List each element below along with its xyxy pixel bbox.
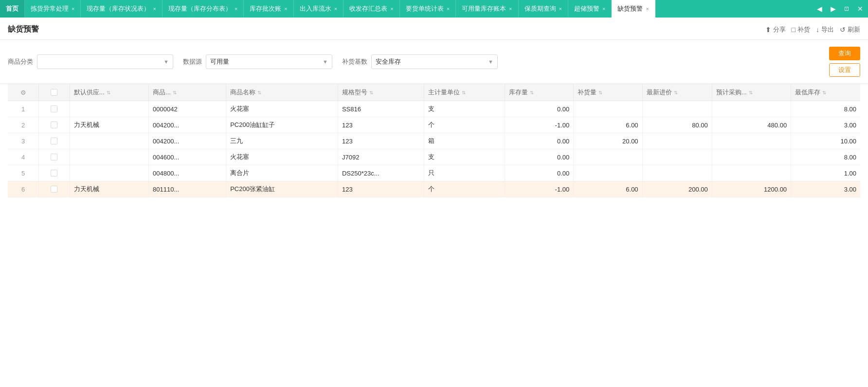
table-row[interactable]: 6 力天机械 801110... PC200张紧油缸 123 个 -1.00 6…	[8, 181, 860, 197]
tab-demand-close[interactable]: ×	[447, 6, 450, 12]
datasource-select[interactable]: 可用量 ▼	[206, 54, 332, 69]
cell-unit-1: 个	[424, 117, 505, 133]
cell-minstock-0: 8.00	[791, 101, 860, 117]
tab-collect-close[interactable]: ×	[390, 6, 393, 12]
th-supplier[interactable]: 默认供应... ⇅	[70, 84, 148, 101]
table-row[interactable]: 4 004600... 火花塞 J7092 支 0.00 8.00	[8, 149, 860, 165]
export-label: 导出	[821, 25, 834, 34]
tab-stock-dist-close[interactable]: ×	[235, 6, 237, 12]
tab-prev-button[interactable]: ◀	[813, 2, 826, 16]
category-select[interactable]: ▼	[37, 54, 173, 69]
code-sort-icon: ⇅	[173, 90, 177, 95]
cell-checkbox-5[interactable]	[39, 181, 70, 197]
tab-collect[interactable]: 收发存汇总表 ×	[344, 0, 399, 18]
row-checkbox-2[interactable]	[51, 138, 57, 144]
th-replenish[interactable]: 补货量 ⇅	[574, 84, 642, 101]
cell-checkbox-3[interactable]	[39, 149, 70, 165]
tab-shortage-close[interactable]: ×	[646, 6, 649, 12]
tab-demand[interactable]: 要货单统计表 ×	[400, 0, 456, 18]
cell-plan-5: 1200.00	[712, 181, 791, 197]
tab-close-all-button[interactable]: ✕	[853, 2, 867, 16]
cell-replenish-4	[574, 165, 642, 181]
tab-available-close[interactable]: ×	[509, 6, 512, 12]
th-unit[interactable]: 主计量单位 ⇅	[424, 84, 505, 101]
cell-index-3: 4	[8, 149, 39, 165]
replenish-button[interactable]: □ 补货	[792, 25, 810, 34]
header-actions: ⬆ 分享 □ 补货 ↓ 导出 ↺ 刷新	[765, 25, 860, 34]
share-button[interactable]: ⬆ 分享	[765, 25, 786, 34]
th-gear[interactable]: ⚙	[8, 84, 39, 101]
tab-collect-label: 收发存汇总表	[349, 4, 387, 13]
th-price[interactable]: 最新进价 ⇅	[642, 84, 712, 101]
tab-abnormal-close[interactable]: ×	[72, 6, 74, 12]
page-title: 缺货预警	[8, 24, 39, 35]
tab-abnormal[interactable]: 拣货异常处理 ×	[25, 0, 81, 18]
tab-home[interactable]: 首页	[0, 0, 25, 18]
query-button[interactable]: 查询	[829, 47, 860, 60]
row-checkbox-5[interactable]	[51, 186, 57, 193]
th-min-stock-label: 最低库存	[795, 88, 820, 97]
settings-button[interactable]: 设置	[829, 63, 860, 77]
th-plan-purchase[interactable]: 预计采购... ⇅	[712, 84, 791, 101]
row-checkbox-4[interactable]	[51, 170, 57, 176]
tab-expiry-close[interactable]: ×	[559, 6, 562, 12]
tab-next-button[interactable]: ▶	[826, 2, 840, 16]
replenish-base-select-arrow: ▼	[488, 59, 493, 65]
tab-batch-close[interactable]: ×	[284, 6, 287, 12]
cell-checkbox-4[interactable]	[39, 165, 70, 181]
tab-stock-status[interactable]: 现存量（库存状况表） ×	[81, 0, 162, 18]
cell-price-5: 200.00	[642, 181, 712, 197]
th-spec[interactable]: 规格型号 ⇅	[338, 84, 424, 101]
cell-code-4: 004800...	[149, 165, 226, 181]
cell-supplier-2	[70, 133, 148, 149]
header-checkbox[interactable]	[51, 89, 57, 96]
tab-stock-status-close[interactable]: ×	[153, 6, 156, 12]
export-button[interactable]: ↓ 导出	[816, 25, 834, 34]
th-name[interactable]: 商品名称 ⇅	[226, 84, 338, 101]
tab-inout-close[interactable]: ×	[334, 6, 337, 12]
table-row[interactable]: 3 004200... 三九 123 箱 0.00 20.00 10.00	[8, 133, 860, 149]
row-checkbox-1[interactable]	[51, 122, 57, 128]
tab-batch[interactable]: 库存批次账 ×	[244, 0, 293, 18]
row-checkbox-3[interactable]	[51, 154, 57, 160]
tab-stock-dist[interactable]: 现存量（库存分布表） ×	[163, 0, 244, 18]
refresh-icon: ↺	[840, 26, 846, 34]
table-row[interactable]: 5 004800... 离合片 DS250*23c... 只 0.00 1.00	[8, 165, 860, 181]
th-stock[interactable]: 库存量 ⇅	[505, 84, 573, 101]
tab-window-button[interactable]: ⊡	[840, 2, 853, 16]
row-checkbox-0[interactable]	[51, 106, 57, 112]
cell-checkbox-0[interactable]	[39, 101, 70, 117]
export-icon: ↓	[816, 26, 819, 34]
tab-available[interactable]: 可用量库存账本 ×	[456, 0, 518, 18]
tab-overstock[interactable]: 超储预警 ×	[568, 0, 612, 18]
table-row[interactable]: 2 力天机械 004200... PC200油缸缸子 123 个 -1.00 6…	[8, 117, 860, 133]
cell-unit-5: 个	[424, 181, 505, 197]
cell-stock-3: 0.00	[505, 149, 573, 165]
tab-shortage[interactable]: 缺货预警 ×	[612, 0, 655, 18]
replenish-base-select-value: 安全库存	[376, 57, 401, 66]
tab-overstock-close[interactable]: ×	[602, 6, 605, 12]
replenish-base-select[interactable]: 安全库存 ▼	[371, 54, 498, 69]
share-label: 分享	[773, 25, 786, 34]
cell-checkbox-1[interactable]	[39, 117, 70, 133]
th-min-stock[interactable]: 最低库存 ⇅	[791, 84, 860, 101]
tab-shortage-label: 缺货预警	[617, 4, 643, 13]
cell-minstock-3: 8.00	[791, 149, 860, 165]
tab-inout[interactable]: 出入库流水 ×	[294, 0, 344, 18]
cell-index-5: 6	[8, 181, 39, 197]
cell-checkbox-2[interactable]	[39, 133, 70, 149]
refresh-button[interactable]: ↺ 刷新	[840, 25, 860, 34]
tab-bar: 首页 拣货异常处理 × 现存量（库存状况表） × 现存量（库存分布表） × 库存…	[0, 0, 868, 18]
th-supplier-label: 默认供应...	[74, 88, 105, 97]
tab-home-label: 首页	[6, 4, 18, 13]
cell-name-2: 三九	[226, 133, 338, 149]
cell-supplier-4	[70, 165, 148, 181]
tab-expiry[interactable]: 保质期查询 ×	[519, 0, 568, 18]
cell-code-2: 004200...	[149, 133, 226, 149]
cell-index-4: 5	[8, 165, 39, 181]
cell-minstock-2: 10.00	[791, 133, 860, 149]
cell-supplier-1: 力天机械	[70, 117, 148, 133]
table-row[interactable]: 1 0000042 火花塞 SS816 支 0.00 8.00	[8, 101, 860, 117]
th-code[interactable]: 商品... ⇅	[149, 84, 226, 101]
tab-expiry-label: 保质期查询	[524, 4, 556, 13]
